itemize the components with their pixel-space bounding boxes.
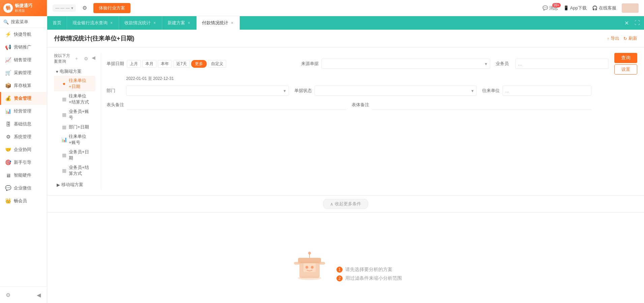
empty-step-1: 1 请先选择要分析的方案 [336,267,402,273]
sidebar-item-label: 库存核算 [14,83,31,89]
trial-btn[interactable]: 体验行业方案 [93,3,130,13]
scheme-item-label: 业务员+账号 [69,109,93,121]
scheme-item-partner-settle[interactable]: ▦ 往来单位+结算方式 [54,91,95,107]
sidebar-item-inventory[interactable]: 📦 库存核算 [0,79,47,92]
chart-icon: 📊 [61,137,67,142]
filter-inputs: 单据日期 上月 本月 本年 近7天 更多 自定义 来源单据 [107,53,637,190]
sidebar-item-label: 企业微信 [14,185,31,191]
sidebar-item-operation[interactable]: 📊 经营管理 [0,105,47,118]
date-btn-custom[interactable]: 自定义 [208,60,226,68]
scheme-item-salesperson-date[interactable]: ▦ 业务员+日期 [54,147,95,163]
topbar-right: 💬 消息 99+ 📱 App下载 🎧 在线客服 [543,3,639,13]
app-download-btn[interactable]: 📱 App下载 [563,5,587,11]
collapse-sidebar-btn[interactable]: ◀ [34,290,43,300]
sidebar-item-system[interactable]: ⚙ 系统管理 [0,130,47,143]
sidebar-item-sales[interactable]: 📈 销售管理 [0,54,47,66]
settings-scheme-btn[interactable]: ⚙ [82,55,90,62]
date-btn-this-year[interactable]: 本年 [158,60,172,68]
topbar-gear-btn[interactable]: ⚙ [80,3,89,13]
desktop-scheme-header[interactable]: ▾ 电脑端方案 [54,67,95,76]
doc-status-select[interactable]: ▾ [315,86,477,96]
quick-nav-icon: ⚡ [5,31,11,37]
tab-new-scheme-close[interactable]: × [187,20,191,26]
empty-state: 1 请先选择要分析的方案 2 用过滤条件来缩小分析范围 [47,213,644,303]
sidebar-item-basic[interactable]: 🗄 基础信息 [0,118,47,130]
scheme-item-salesperson-account[interactable]: ▦ 业务员+账号 [54,107,95,122]
body-note-input[interactable] [372,100,591,110]
tab-payment-stats-label: 付款情况统计 [202,20,228,26]
doc-status-filter: 单据状态 ▾ [294,86,477,96]
date-btn-this-month[interactable]: 本月 [142,60,156,68]
tab-income-stats[interactable]: 收款情况统计 × [119,16,162,30]
tab-new-scheme-label: 新建方案 [168,20,185,26]
desktop-scheme-group: ▾ 电脑端方案 ● 往来单位+日期 ▦ 往来单位+结算方式 ▦ [54,67,95,178]
hardware-icon: 🖥 [5,172,11,178]
salesperson-select[interactable]: ... [515,59,609,69]
export-label: 导出 [611,35,619,41]
sidebar-item-guide[interactable]: 🎯 新手引导 [0,156,47,169]
app-logo-icon: 畅 [3,3,13,13]
message-icon: 💬 [543,5,548,10]
scheme-item-partner-date[interactable]: ● 往来单位+日期 [54,76,95,91]
tab-bar: 首页 现金银行流水查询 × 收款情况统计 × 新建方案 × 付款情况统计 × ✕… [47,16,644,30]
sidebar-item-capital[interactable]: 💰 资金管理 [0,92,47,105]
tab-bank-flow[interactable]: 现金银行流水查询 × [67,16,119,30]
header-note-input[interactable] [127,100,346,110]
source-select[interactable]: ▾ [321,59,490,69]
chevron-down-icon: ▾ [71,6,73,10]
date-btn-last-month[interactable]: 上月 [127,60,141,68]
online-service-btn[interactable]: 🎧 在线客服 [592,5,616,11]
close-window-btn[interactable]: ✕ [622,19,631,27]
tab-income-stats-close[interactable]: × [153,20,156,26]
partner-label: 往来单位 [482,88,500,94]
sidebar-item-label: 经营管理 [14,108,31,114]
scheme-tree: ▾ 电脑端方案 ● 往来单位+日期 ▦ 往来单位+结算方式 ▦ [54,67,95,190]
sidebar-item-collab[interactable]: 🤝 企业协同 [0,143,47,156]
tab-bank-flow-close[interactable]: × [110,20,113,26]
partner-select[interactable]: ... [502,86,591,96]
filter-row-1: 单据日期 上月 本月 本年 近7天 更多 自定义 来源单据 [107,53,637,74]
salesperson-filter: 业务员 ... [496,59,609,69]
refresh-icon: ↻ [623,36,627,41]
chevron-right-icon: ▶ [57,182,60,187]
messages-btn[interactable]: 💬 消息 99+ [543,5,558,11]
sidebar-item-weixin[interactable]: 💬 企业微信 [0,182,47,194]
scheme-icon: ▦ [61,124,67,130]
sidebar-item-label: 智能硬件 [14,172,31,178]
company-selector[interactable]: — — — ▾ [53,4,76,12]
settings-footer-btn[interactable]: ⚙ [3,290,13,300]
dept-select[interactable]: ▾ [126,86,289,96]
sidebar-item-hardware[interactable]: 🖥 智能硬件 [0,169,47,182]
sidebar-item-purchase[interactable]: 🛒 采购管理 [0,66,47,79]
collapse-scheme-btn[interactable]: ◀ [92,55,95,62]
add-scheme-btn[interactable]: ＋ [73,55,80,62]
maximize-window-btn[interactable]: ⛶ [633,19,641,27]
system-icon: ⚙ [5,134,11,140]
tab-payment-stats[interactable]: 付款情况统计 × [197,16,240,30]
collapse-more-btn[interactable]: ∧ 收起更多条件 [323,199,368,209]
sidebar-item-marketing[interactable]: 📢 营销推广 [0,41,47,54]
filter-settings-btn[interactable]: 设置 [614,64,637,74]
scheme-item-partner-account[interactable]: 📊 往来单位+账号 [54,132,95,147]
scheme-item-dept-date[interactable]: ▦ 部门+日期 [54,122,95,132]
user-avatar[interactable] [622,3,639,13]
sidebar-item-label: 新手引导 [14,159,31,165]
refresh-btn[interactable]: ↻ 刷新 [623,35,637,41]
sidebar-search[interactable]: 🔍 搜索菜单 [0,16,47,28]
purchase-icon: 🛒 [5,70,11,76]
tab-payment-stats-close[interactable]: × [230,20,234,26]
mobile-scheme-group[interactable]: ▶ 移动端方案 [54,180,95,190]
date-btn-7days[interactable]: 近7天 [173,60,190,68]
empty-illustration [289,248,330,281]
query-btn[interactable]: 查询 [614,53,637,63]
tab-home[interactable]: 首页 [47,16,67,30]
export-btn[interactable]: ↑ 导出 [607,35,620,41]
mobile-scheme-label: 移动端方案 [61,182,83,188]
date-btn-more[interactable]: 更多 [191,60,207,68]
sidebar-item-vip[interactable]: 👑 畅会员 [0,194,47,207]
scheme-item-salesperson-settle[interactable]: ▦ 业务员+结算方式 [54,163,95,178]
svg-point-5 [311,266,314,269]
sidebar-item-quick-nav[interactable]: ⚡ 快捷导航 [0,28,47,41]
tab-new-scheme[interactable]: 新建方案 × [162,16,197,30]
date-label: 单据日期 [107,61,124,67]
